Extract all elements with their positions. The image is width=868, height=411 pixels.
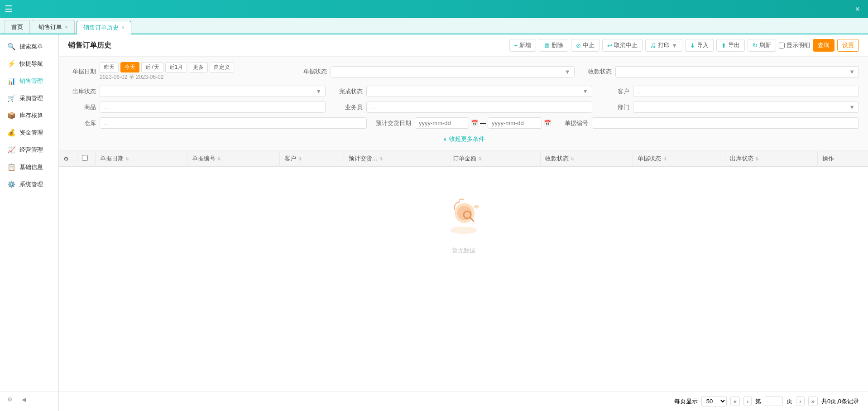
last-page-button[interactable]: » [808, 396, 818, 406]
th-order-no[interactable]: 单据编号 ⇅ [187, 151, 280, 167]
table-header-row: ⚙ 单据日期 ⇅ [59, 151, 868, 167]
th-receipt-status-sort-icon: ⇅ [571, 156, 574, 161]
delete-button[interactable]: 🗑 删除 [539, 39, 568, 52]
filter-row-1: 单据日期 昨天 今天 近7天 近1月 更多 自定义 2023-06-02 至 2… [68, 62, 859, 81]
page-number-input[interactable]: 1 [765, 396, 783, 406]
sys-mgmt-icon: ⚙️ [7, 180, 16, 189]
order-no-label: 单据编号 [560, 119, 592, 127]
date-1month-btn[interactable]: 近1月 [165, 62, 187, 73]
add-button[interactable]: + 新增 [509, 39, 537, 52]
sidebar-settings-icon[interactable]: ⚙ [7, 396, 13, 403]
page-size-label: 每页显示 [674, 397, 698, 406]
sidebar-item-operation[interactable]: 📈 经营管理 [0, 141, 58, 159]
tab-sales-order-history-close[interactable]: × [121, 24, 125, 31]
goods-select-value: ... [104, 104, 109, 111]
window-close-button[interactable]: × [851, 5, 863, 14]
prev-page-button[interactable]: ‹ [743, 396, 752, 406]
import-label: 导入 [697, 41, 709, 49]
table-settings-icon[interactable]: ⚙ [63, 155, 69, 162]
status-select[interactable]: ▼ [331, 66, 575, 77]
collapse-button[interactable]: ∧ 收起更多条件 [68, 133, 859, 145]
sidebar-item-finance[interactable]: 💰 资金管理 [0, 124, 58, 141]
tab-sales-order-history[interactable]: 销售订单历史 × [77, 21, 131, 34]
delete-icon: 🗑 [544, 42, 550, 49]
sidebar-item-purchase-mgmt-label: 采购管理 [19, 94, 43, 102]
th-order-no-sort-icon: ⇅ [217, 156, 221, 161]
th-customer[interactable]: 客户 ⇅ [280, 151, 344, 167]
th-receipt-status[interactable]: 收款状态 ⇅ [540, 151, 633, 167]
print-button[interactable]: 🖨 打印 ▼ [645, 39, 682, 52]
next-page-button[interactable]: › [796, 396, 804, 406]
sidebar-item-sys-mgmt[interactable]: ⚙️ 系统管理 [0, 176, 58, 193]
toolbar: + 新增 🗑 删除 ⊘ 中止 ↩ 取消中止 🖨 打印 [509, 39, 859, 52]
sidebar-item-sales-mgmt[interactable]: 📊 销售管理 [0, 73, 58, 90]
first-page-button[interactable]: « [730, 396, 740, 406]
sidebar-item-search-menu[interactable]: 🔍 搜索菜单 [0, 38, 58, 55]
show-detail-checkbox-label[interactable]: 显示明细 [779, 41, 810, 49]
th-date[interactable]: 单据日期 ⇅ [95, 151, 187, 167]
dept-select[interactable]: ▼ [633, 102, 859, 113]
date-7days-btn[interactable]: 近7天 [141, 62, 163, 73]
import-icon: ⬇ [690, 42, 695, 49]
sidebar-item-inventory[interactable]: 📦 库存核算 [0, 107, 58, 124]
filter-area: 单据日期 昨天 今天 近7天 近1月 更多 自定义 2023-06-02 至 2… [59, 57, 868, 151]
tab-sales-order[interactable]: 销售订单 × [32, 20, 75, 34]
sidebar-item-quick-nav-label: 快捷导航 [19, 60, 43, 68]
date-yesterday-btn[interactable]: 昨天 [100, 62, 119, 73]
calendar-start-icon[interactable]: 📅 [471, 120, 478, 126]
goods-select[interactable]: ... [100, 102, 326, 113]
customer-select[interactable]: ... [633, 86, 859, 97]
calendar-end-icon[interactable]: 📅 [544, 120, 551, 126]
add-label: 新增 [519, 41, 531, 49]
delivery-date-end-input[interactable] [488, 117, 542, 129]
export-button[interactable]: ⬆ 导出 [716, 39, 745, 52]
salesman-select[interactable]: ... [366, 102, 592, 113]
sales-mgmt-icon: 📊 [7, 77, 16, 85]
th-out-stock-status[interactable]: 出库状态 ⇅ [725, 151, 817, 167]
tab-home[interactable]: 首页 [5, 20, 30, 34]
page-size-select[interactable]: 50 10 20 100 [701, 396, 727, 406]
sidebar-expand-icon[interactable]: ◀ [22, 396, 26, 403]
date-today-btn[interactable]: 今天 [120, 62, 139, 73]
out-stock-arrow: ▼ [316, 88, 321, 95]
tab-sales-order-history-label: 销售订单历史 [83, 24, 119, 32]
warehouse-select[interactable]: ... [100, 117, 367, 129]
refresh-icon: ↻ [753, 42, 758, 49]
receipt-status-select[interactable]: ▼ [615, 66, 859, 77]
query-label: 查询 [818, 41, 830, 49]
select-all-checkbox[interactable] [82, 155, 88, 161]
settings-button[interactable]: 设置 [837, 39, 859, 52]
orders-table: ⚙ 单据日期 ⇅ [59, 151, 868, 167]
th-order-status[interactable]: 单据状态 ⇅ [633, 151, 725, 167]
th-amount[interactable]: 订单金额 ⇅ [448, 151, 541, 167]
cancel-stop-button[interactable]: ↩ 取消中止 [602, 39, 643, 52]
date-more-btn[interactable]: 更多 [189, 62, 208, 73]
tab-sales-order-close[interactable]: × [65, 24, 68, 30]
delivery-date-label: 预计交货日期 [376, 119, 415, 127]
dept-arrow: ▼ [849, 104, 855, 111]
th-delivery-date[interactable]: 预计交货... ⇅ [344, 151, 448, 167]
date-custom-btn[interactable]: 自定义 [210, 62, 234, 73]
customer-label: 客户 [601, 87, 633, 96]
delivery-date-start-input[interactable] [415, 117, 469, 129]
th-amount-label: 订单金额 [453, 155, 476, 163]
order-no-input[interactable] [592, 117, 859, 129]
show-detail-checkbox[interactable] [779, 43, 785, 48]
sidebar-item-inventory-label: 库存核算 [19, 111, 43, 120]
receipt-status-arrow: ▼ [849, 68, 855, 75]
th-checkbox[interactable] [77, 151, 95, 167]
import-button[interactable]: ⬇ 导入 [685, 39, 714, 52]
app-logo: ☰ [5, 4, 13, 15]
th-settings[interactable]: ⚙ [59, 151, 77, 167]
page-header: 销售订单历史 + 新增 🗑 删除 ⊘ 中止 ↩ 取消中止 [59, 34, 868, 57]
stop-button[interactable]: ⊘ 中止 [571, 39, 599, 52]
inventory-icon: 📦 [7, 111, 16, 120]
sidebar-item-purchase-mgmt[interactable]: 🛒 采购管理 [0, 90, 58, 107]
out-stock-select[interactable]: ▼ [100, 86, 326, 97]
sidebar-item-basic-info[interactable]: 📋 基础信息 [0, 159, 58, 176]
refresh-button[interactable]: ↻ 刷新 [748, 39, 776, 52]
sidebar-item-quick-nav[interactable]: ⚡ 快捷导航 [0, 55, 58, 73]
complete-select[interactable]: ▼ [366, 86, 592, 97]
tab-home-label: 首页 [11, 23, 23, 31]
query-button[interactable]: 查询 [813, 39, 834, 52]
